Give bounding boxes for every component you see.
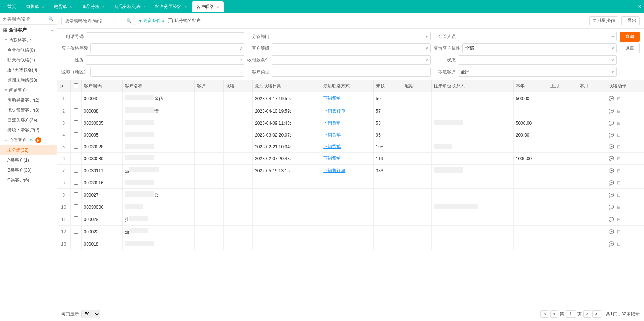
settings-gear-icon[interactable]: ⚙ bbox=[59, 84, 63, 89]
row-checkbox[interactable] bbox=[74, 132, 78, 137]
close-tab-purchase[interactable]: × bbox=[70, 5, 72, 9]
chat-icon[interactable]: 💬 bbox=[609, 144, 614, 149]
grid-action-icon[interactable]: ⊞ bbox=[617, 229, 621, 234]
filter-customer-level-select[interactable]: ∨ bbox=[272, 43, 430, 53]
nav-tab-purchase[interactable]: 进货单 × bbox=[49, 1, 77, 12]
sidebar-item-overdue-pending[interactable]: 逾期未联络(30) bbox=[0, 75, 57, 85]
nav-tab-sales[interactable]: 销售单 × bbox=[21, 1, 49, 12]
chat-icon[interactable]: 💬 bbox=[609, 109, 614, 114]
refresh-icon[interactable]: ↺ bbox=[29, 138, 33, 143]
contact-way-link[interactable]: 下销货单 bbox=[323, 120, 341, 126]
filter-price-level-select[interactable]: ∨ bbox=[90, 43, 244, 53]
chat-icon[interactable]: 💬 bbox=[609, 241, 614, 247]
chat-icon[interactable]: 💬 bbox=[609, 96, 614, 101]
close-tab-analysis[interactable]: × bbox=[102, 5, 105, 9]
grid-action-icon[interactable]: ⊞ bbox=[617, 180, 621, 186]
grid-action-icon[interactable]: ⊞ bbox=[617, 133, 621, 138]
filter-retail-select[interactable]: 全部 ∨ bbox=[458, 67, 617, 77]
close-all-button[interactable]: × bbox=[638, 4, 641, 10]
filter-search-icon[interactable]: 🔍 bbox=[126, 18, 132, 24]
chat-icon[interactable]: 💬 bbox=[609, 156, 614, 161]
grid-action-icon[interactable]: ⊞ bbox=[617, 205, 621, 210]
row-checkbox[interactable] bbox=[74, 144, 78, 149]
export-button[interactable]: ↓ 导出 bbox=[621, 16, 640, 25]
row-checkbox[interactable] bbox=[74, 216, 78, 221]
filter-status-select[interactable]: ∨ bbox=[458, 55, 617, 65]
chat-icon[interactable]: 💬 bbox=[609, 205, 614, 210]
batch-ops-button[interactable]: ☑ 批量操作 bbox=[589, 16, 618, 25]
next-page-button[interactable]: > bbox=[583, 310, 591, 318]
sidebar-item-c-class[interactable]: C类客户(6) bbox=[0, 175, 57, 185]
chat-icon[interactable]: 💬 bbox=[609, 229, 614, 234]
contact-way-link[interactable]: 下销货单 bbox=[323, 132, 341, 137]
sidebar-item-hoard[interactable]: 囤购异常客户(2) bbox=[0, 95, 57, 105]
filter-region-select[interactable]: ··· bbox=[90, 67, 244, 77]
sidebar-search-icon[interactable]: 🔍 bbox=[48, 16, 54, 21]
row-checkbox[interactable] bbox=[74, 192, 78, 197]
filter-retail-attr-select[interactable]: 全部 ∨ bbox=[462, 43, 617, 53]
my-customers-checkbox[interactable] bbox=[168, 18, 173, 23]
more-filters-button[interactable]: ▼ 更多条件 ∧ bbox=[138, 18, 165, 24]
nav-tab-customer-contact[interactable]: 客户联络 × bbox=[192, 1, 224, 12]
sidebar-group-value[interactable]: ▼ 价值客户 ↺ R bbox=[0, 135, 57, 145]
sidebar-item-churn-warning[interactable]: 流失预警客户(3) bbox=[0, 105, 57, 115]
row-checkbox[interactable] bbox=[74, 204, 78, 209]
filter-payment-select[interactable]: ∨ bbox=[272, 55, 430, 65]
grid-action-icon[interactable]: ⊞ bbox=[617, 144, 621, 149]
sidebar-group-pending[interactable]: ▼ 待联络客户 bbox=[0, 35, 57, 45]
sidebar-search-input[interactable] bbox=[3, 16, 47, 21]
last-page-button[interactable]: >| bbox=[592, 310, 601, 318]
nav-tab-analysis-list[interactable]: 商品分析列表 × bbox=[110, 1, 150, 12]
th-settings[interactable]: ⚙ bbox=[57, 80, 70, 92]
filter-search-input[interactable] bbox=[65, 18, 125, 24]
grid-action-icon[interactable]: ⊞ bbox=[617, 156, 621, 161]
sidebar-item-ungroup[interactable]: 未分组(32) bbox=[0, 145, 57, 155]
filter-phone-input[interactable] bbox=[86, 32, 244, 40]
filter-customer-type-select[interactable] bbox=[272, 67, 430, 77]
grid-action-icon[interactable]: ⊞ bbox=[617, 241, 621, 247]
sidebar-item-b-class[interactable]: B类客户(33) bbox=[0, 165, 57, 175]
close-tab-sales[interactable]: × bbox=[42, 5, 44, 9]
nav-home[interactable]: 首页 bbox=[3, 4, 21, 10]
grid-action-icon[interactable]: ⊞ bbox=[617, 193, 621, 198]
grid-action-icon[interactable]: ⊞ bbox=[617, 109, 621, 114]
grid-action-icon[interactable]: ⊞ bbox=[617, 168, 621, 173]
sidebar-item-7day-pending[interactable]: 近7天待联络(0) bbox=[0, 65, 57, 75]
chat-icon[interactable]: 💬 bbox=[609, 168, 614, 173]
all-customers-item[interactable]: ⊞ 全部客户 « bbox=[0, 25, 57, 35]
sidebar-item-churned[interactable]: 已流失客户(24) bbox=[0, 115, 57, 125]
row-checkbox[interactable] bbox=[74, 108, 78, 113]
close-tab-customer-contact[interactable]: × bbox=[217, 5, 219, 9]
reset-button[interactable]: 设置 bbox=[620, 43, 640, 53]
contact-way-link[interactable]: 下销售订单 bbox=[323, 168, 345, 173]
sidebar-item-tomorrow-pending[interactable]: 明天待联络(1) bbox=[0, 55, 57, 65]
sidebar-item-declining[interactable]: 持续下滑客户(2) bbox=[0, 125, 57, 135]
filter-dept-select[interactable]: ∨ bbox=[272, 32, 430, 41]
first-page-button[interactable]: |< bbox=[540, 310, 549, 318]
sidebar-collapse-icon[interactable]: « bbox=[51, 27, 54, 33]
filter-nature-select[interactable]: ∨ bbox=[86, 55, 244, 65]
close-tab-customer-segment[interactable]: × bbox=[184, 5, 187, 9]
sidebar-item-today-pending[interactable]: 今天待联络(0) bbox=[0, 45, 57, 55]
contact-way-link[interactable]: 下销货单 bbox=[323, 96, 341, 101]
contact-way-link[interactable]: 下销货单 bbox=[323, 144, 341, 149]
row-checkbox[interactable] bbox=[74, 156, 78, 160]
contact-way-link[interactable]: 下销货单 bbox=[323, 156, 341, 161]
page-size-select[interactable]: 50 20 100 bbox=[81, 310, 100, 318]
chat-icon[interactable]: 💬 bbox=[609, 193, 614, 198]
chat-icon[interactable]: 💬 bbox=[609, 180, 614, 186]
row-checkbox[interactable] bbox=[74, 96, 78, 100]
row-checkbox[interactable] bbox=[74, 168, 78, 173]
nav-tab-customer-segment[interactable]: 客户分层经客 × bbox=[151, 1, 191, 12]
chat-icon[interactable]: 💬 bbox=[609, 217, 614, 222]
row-checkbox[interactable] bbox=[74, 229, 78, 234]
chat-icon[interactable]: 💬 bbox=[609, 121, 614, 126]
row-checkbox[interactable] bbox=[74, 241, 78, 246]
sidebar-group-problem[interactable]: ▼ 问题客户 bbox=[0, 85, 57, 95]
contact-way-link[interactable]: 下销售订单 bbox=[323, 108, 345, 113]
query-button[interactable]: 查询 bbox=[620, 32, 640, 42]
nav-tab-analysis[interactable]: 商品分析 × bbox=[77, 1, 109, 12]
grid-action-icon[interactable]: ⊞ bbox=[617, 96, 621, 101]
filter-staff-select[interactable]: ··· bbox=[458, 32, 617, 41]
row-checkbox[interactable] bbox=[74, 120, 78, 125]
